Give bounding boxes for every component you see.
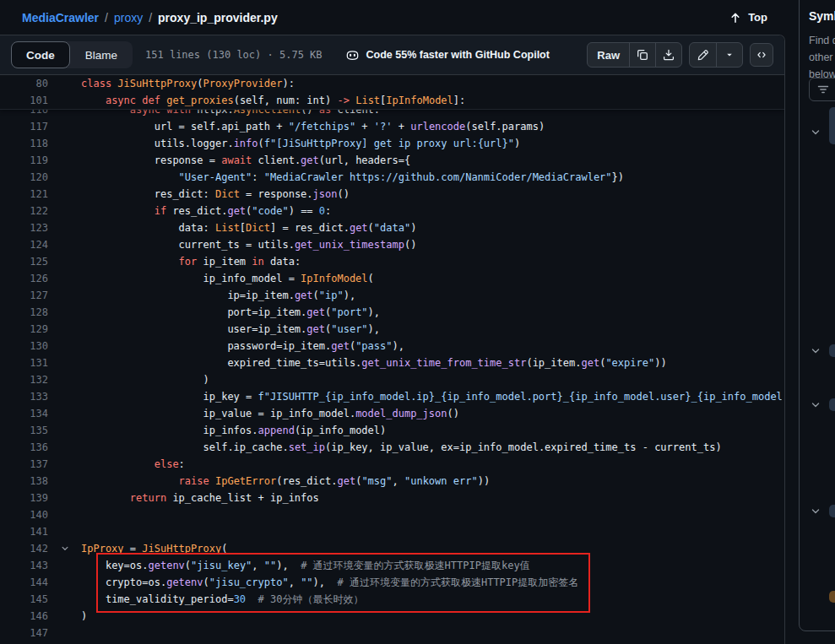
line-number[interactable]: 130	[0, 340, 48, 352]
code-text: else:	[81, 456, 185, 473]
line-number[interactable]: 141	[0, 526, 48, 538]
line-number[interactable]: 131	[0, 357, 48, 369]
code-line-126: 126 ip_info_model = IpInfoModel(	[0, 270, 784, 287]
code-text: current_ts = utils.get_unix_timestamp()	[81, 236, 416, 253]
copilot-banner[interactable]: Code 55% faster with GitHub Copilot	[345, 48, 550, 62]
code-text: utils.logger.info(f"[JiSuHttpProxy] get …	[81, 135, 520, 152]
code-line-123: 123 data: List[Dict] = res_dict.get("dat…	[0, 219, 784, 236]
tab-blame[interactable]: Blame	[70, 41, 133, 68]
code-line-117: 117 url = self.api_path + "/fetchips" + …	[0, 118, 784, 135]
breadcrumb-file-name: proxy_ip_provider.py	[158, 11, 278, 24]
code-line-133: 133 ip_key = f"JISUHTTP_{ip_info_model.i…	[0, 388, 784, 405]
symbol-item-stub[interactable]	[829, 107, 835, 144]
code-line-128: 128 port=ip_item.get("port"),	[0, 304, 784, 321]
line-number[interactable]: 132	[0, 374, 48, 386]
line-number[interactable]: 142	[0, 543, 48, 555]
line-number[interactable]: 122	[0, 205, 48, 217]
raw-copy-download-group: Raw	[587, 42, 682, 68]
back-to-top-button[interactable]: Top	[729, 11, 767, 24]
code-text: url = self.api_path + "/fetchips" + '?' …	[81, 118, 545, 135]
code-text: ip=ip_item.get("ip"),	[81, 287, 355, 304]
line-number[interactable]: 127	[0, 290, 48, 301]
symbol-item-stub[interactable]	[829, 591, 835, 603]
line-number[interactable]: 146	[0, 610, 48, 622]
download-button[interactable]	[655, 43, 681, 67]
copilot-icon	[345, 48, 360, 62]
code-line-140: 140	[0, 506, 784, 523]
highlight-rectangle	[96, 553, 590, 613]
code-text: password=ip_item.get("pass"),	[81, 338, 404, 354]
symbol-item-stub[interactable]	[829, 505, 835, 517]
line-number[interactable]: 133	[0, 391, 48, 403]
fold-chevron-icon[interactable]	[61, 544, 69, 553]
edit-group	[689, 42, 743, 68]
line-number[interactable]: 147	[0, 627, 48, 639]
symbols-filter-input[interactable]	[809, 78, 835, 101]
line-number[interactable]: 143	[0, 560, 48, 571]
code-line-139: 139 return ip_cache_list + ip_infos	[0, 490, 784, 506]
line-number[interactable]: 144	[0, 576, 48, 588]
code-text: ip_value = ip_info_model.model_dump_json…	[81, 405, 459, 422]
copy-button[interactable]	[629, 43, 655, 67]
line-number[interactable]: 140	[0, 509, 48, 521]
caret-down-icon	[724, 50, 735, 60]
symbol-tree-chevron[interactable]	[811, 346, 821, 356]
line-number[interactable]: 101	[0, 95, 48, 106]
code-text: raise IpGetError(res_dict.get("msg", "un…	[81, 473, 490, 490]
line-number[interactable]: 138	[0, 475, 48, 487]
code-line-141: 141	[0, 523, 784, 540]
line-number[interactable]: 119	[0, 154, 48, 166]
line-number[interactable]: 139	[0, 492, 48, 504]
symbol-item-stub[interactable]	[829, 344, 835, 357]
line-number[interactable]: 121	[0, 188, 48, 200]
symbols-panel-title: Symbols	[809, 9, 835, 23]
code-line-121: 121 res_dict: Dict = response.json()	[0, 186, 784, 203]
breadcrumb-repo-link[interactable]: MediaCrawler	[22, 11, 99, 24]
line-number[interactable]: 145	[0, 593, 48, 605]
edit-button[interactable]	[690, 43, 716, 67]
line-number[interactable]: 129	[0, 323, 48, 335]
code-line-127: 127 ip=ip_item.get("ip"),	[0, 287, 784, 304]
symbols-panel-toggle-button[interactable]	[750, 43, 773, 67]
line-number[interactable]: 125	[0, 256, 48, 268]
code-line-122: 122 if res_dict.get("code") == 0:	[0, 203, 784, 219]
code-line-120: 120 "User-Agent": "MediaCrawler https://…	[0, 169, 784, 186]
file-meta-info: 151 lines (130 loc) · 5.75 KB	[145, 49, 323, 61]
code-text: "User-Agent": "MediaCrawler https://gith…	[81, 169, 624, 186]
breadcrumb-folder-link[interactable]: proxy	[114, 11, 143, 24]
line-number[interactable]: 123	[0, 222, 48, 234]
symbols-panel: Symbols Find definitions and references …	[798, 0, 835, 644]
symbol-item-stub[interactable]	[829, 398, 835, 411]
line-number[interactable]: 126	[0, 273, 48, 284]
raw-button[interactable]: Raw	[588, 43, 629, 67]
github-code-view: MediaCrawler / proxy / proxy_ip_provider…	[0, 0, 835, 644]
line-number[interactable]: 128	[0, 306, 48, 318]
copilot-text: Code 55% faster with GitHub Copilot	[366, 49, 550, 61]
line-number[interactable]: 120	[0, 171, 48, 183]
line-number[interactable]: 134	[0, 408, 48, 419]
symbol-tree-chevron[interactable]	[811, 506, 821, 517]
code-text: async def get_proxies(self, num: int) ->…	[81, 92, 465, 109]
tab-code[interactable]: Code	[11, 41, 70, 68]
line-number[interactable]: 135	[0, 425, 48, 436]
line-number[interactable]: 124	[0, 239, 48, 251]
line-number[interactable]: 80	[0, 78, 48, 89]
code-text: user=ip_item.get("user"),	[81, 321, 380, 338]
edit-dropdown-button[interactable]	[716, 43, 742, 67]
code-line-119: 119 response = await client.get(url, hea…	[0, 152, 784, 169]
symbol-tree-chevron[interactable]	[811, 127, 821, 138]
code-line-80: 80class JiSuHttpProxy(ProxyProvider):	[0, 75, 784, 92]
code-text: class JiSuHttpProxy(ProxyProvider):	[81, 75, 295, 92]
line-number[interactable]: 118	[0, 138, 48, 149]
line-number[interactable]: 137	[0, 458, 48, 470]
line-number[interactable]: 136	[0, 441, 48, 453]
fold-toggle[interactable]	[48, 544, 81, 553]
code-line-138: 138 raise IpGetError(res_dict.get("msg",…	[0, 473, 784, 490]
symbols-panel-description: Find definitions and references for func…	[809, 32, 835, 83]
code-line-137: 137 else:	[0, 456, 784, 473]
filter-icon	[816, 83, 830, 96]
line-number[interactable]: 117	[0, 121, 48, 133]
symbol-tree-chevron[interactable]	[811, 400, 821, 410]
code-line-125: 125 for ip_item in data:	[0, 253, 784, 270]
pencil-icon	[697, 49, 709, 62]
